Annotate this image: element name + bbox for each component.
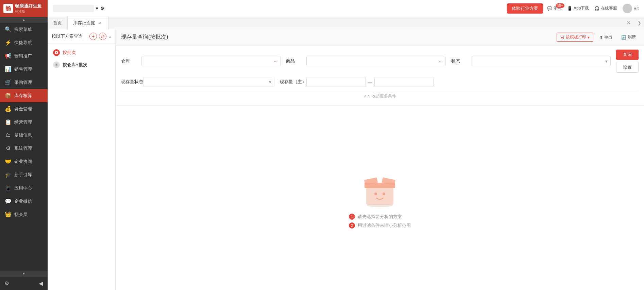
topbar-search-input[interactable] xyxy=(53,5,94,12)
filter-item-inventory-amount: 现存量（主） — xyxy=(280,77,433,87)
sidebar-item-operations[interactable]: 📋经营管理 xyxy=(0,115,48,129)
messages-btn[interactable]: 💬 消息 99+ xyxy=(547,5,562,11)
sidebar-item-wechat[interactable]: 💬企业微信 xyxy=(0,195,48,208)
left-panel-header: 按以下方案查询 + ◎ « xyxy=(48,29,115,44)
quick-nav-icon: ⚡ xyxy=(5,39,12,46)
sidebar-item-inventory[interactable]: 📦库存核算 xyxy=(0,89,48,102)
sales-label: 销售管理 xyxy=(14,66,32,72)
query-btn[interactable]: 查询 xyxy=(616,50,639,60)
beginner-icon: 🎓 xyxy=(5,171,12,178)
purchase-label: 采购管理 xyxy=(14,79,32,86)
add-scheme-btn[interactable]: + xyxy=(89,33,97,40)
scroll-up-arrow[interactable]: ▲ xyxy=(0,17,48,23)
settings-footer-icon[interactable]: ⚙ xyxy=(3,280,10,287)
sidebar-item-beginner[interactable]: 🎓新手引导 xyxy=(0,168,48,181)
search-icon: 🔍 xyxy=(5,26,12,33)
filter-item-inventory-status: 现存量状态 ▾ xyxy=(121,77,274,87)
export-label: 导出 xyxy=(604,34,612,40)
sidebar-item-app-center[interactable]: 📱应用中心 xyxy=(0,181,48,195)
sidebar-footer: ⚙ ◀ xyxy=(0,276,48,290)
experience-btn[interactable]: 体验行业方案 xyxy=(507,3,543,14)
topbar-dropdown-icon[interactable]: ▾ xyxy=(96,6,98,11)
left-panel-title: 按以下方案查询 xyxy=(52,33,83,39)
tab-inventory-batch-label: 库存批次账 xyxy=(73,20,95,26)
beginner-label: 新手引导 xyxy=(14,172,32,178)
filter-inventory-amount-divider: — xyxy=(366,79,374,85)
sidebar-item-sales[interactable]: 📊销售管理 xyxy=(0,62,48,76)
search-label: 搜索菜单 xyxy=(14,26,32,33)
scheme-icon-batch xyxy=(53,49,60,56)
page-title: 现存量查询(按批次) xyxy=(121,34,168,41)
filter-inventory-amount-to[interactable] xyxy=(374,77,434,87)
sidebar-item-search[interactable]: 🔍搜索菜单 xyxy=(0,23,48,36)
user-btn[interactable]: Rit xyxy=(623,4,639,13)
filter-row-1: 仓库 ··· 商品 ··· xyxy=(121,50,639,73)
filter-item-product: 商品 ··· xyxy=(286,56,445,66)
empty-svg xyxy=(359,167,400,208)
target-scheme-btn[interactable]: ◎ xyxy=(99,33,106,40)
panel-arrow-icon[interactable]: ❯ xyxy=(635,20,644,25)
basic-icon: 🗂 xyxy=(5,132,12,138)
svg-point-8 xyxy=(374,193,377,195)
scheme-item-batch[interactable]: 按批次 xyxy=(48,47,115,59)
system-icon: ⚙ xyxy=(5,145,12,151)
print-label: 按模板打印 xyxy=(566,34,586,40)
app-logo: 畅 xyxy=(3,4,13,13)
sidebar-item-quick-nav[interactable]: ⚡快捷导航 xyxy=(0,36,48,49)
app-download-btn[interactable]: 📱 App下载 xyxy=(567,5,589,11)
app-center-icon: 📱 xyxy=(5,185,12,191)
export-btn[interactable]: ⬆ 导出 xyxy=(597,33,615,41)
tab-inventory-batch-close[interactable]: ✕ xyxy=(97,20,103,26)
filter-inventory-status-dropdown[interactable]: ▾ xyxy=(269,79,271,85)
filter-product-input[interactable]: ··· xyxy=(306,56,445,66)
sidebar-item-system[interactable]: ⚙系统管理 xyxy=(0,142,48,155)
empty-step-2: 2 用过滤条件来缩小分析范围 xyxy=(349,222,411,229)
topbar: ▾ ⚙ 体验行业方案 💬 消息 99+ 📱 App下载 🎧 在线客服 Rit xyxy=(48,0,644,17)
filter-status-select[interactable]: ▾ xyxy=(472,56,611,66)
sidebar-item-purchase[interactable]: 🛒采购管理 xyxy=(0,76,48,89)
svg-point-9 xyxy=(383,193,385,195)
filter-status-label: 状态 xyxy=(451,58,472,64)
collapse-more-btn[interactable]: ∧∧ 收起更多条件 xyxy=(121,91,639,101)
topbar-settings-icon[interactable]: ⚙ xyxy=(100,6,104,11)
svg-point-3 xyxy=(56,64,57,66)
filter-warehouse-input[interactable]: ··· xyxy=(141,56,281,66)
collapse-footer-icon[interactable]: ◀ xyxy=(37,280,44,287)
content: 按以下方案查询 + ◎ « 按批次 按仓库 xyxy=(48,29,644,290)
collapse-more-label: 收起更多条件 xyxy=(372,94,396,98)
empty-step-1: 1 请先选择要分析的方案 xyxy=(349,214,411,220)
sidebar-item-marketing[interactable]: 📢营销推广 xyxy=(0,49,48,62)
refresh-btn[interactable]: 🔄 刷新 xyxy=(618,33,639,41)
filter-inventory-status-select[interactable]: ▾ xyxy=(143,77,274,87)
panel-close-btn[interactable]: ✕ xyxy=(622,20,635,26)
scheme-icon-warehouse-batch xyxy=(53,61,60,68)
print-btn[interactable]: 🖨 按模板打印 ▾ xyxy=(557,33,593,42)
sidebar-item-finance[interactable]: 💰资金管理 xyxy=(0,102,48,115)
step1-text: 请先选择要分析的方案 xyxy=(358,214,402,220)
sidebar-item-basic[interactable]: 🗂基础信息 xyxy=(0,129,48,142)
scheme-item-warehouse-batch[interactable]: 按仓库+批次 xyxy=(48,59,115,71)
filter-product-dots[interactable]: ··· xyxy=(439,59,443,64)
member-icon: 👑 xyxy=(5,211,12,218)
right-panel: 现存量查询(按批次) 🖨 按模板打印 ▾ ⬆ 导出 🔄 刷新 xyxy=(116,29,644,290)
print-dropdown-icon[interactable]: ▾ xyxy=(588,35,590,40)
tab-home[interactable]: 首页 xyxy=(48,17,68,29)
sales-icon: 📊 xyxy=(5,66,12,72)
filter-status-dropdown[interactable]: ▾ xyxy=(605,59,608,64)
settings-btn[interactable]: 设置 xyxy=(616,62,639,73)
filter-warehouse-dots[interactable]: ··· xyxy=(274,59,277,64)
filter-row-2: 现存量状态 ▾ 现存量（主） — xyxy=(121,77,639,87)
member-label: 畅会员 xyxy=(14,212,28,218)
scheme-label-batch: 按批次 xyxy=(63,50,76,56)
enterprise-label: 企业协同 xyxy=(14,159,32,165)
refresh-icon: 🔄 xyxy=(621,35,626,40)
collapse-panel-btn[interactable]: « xyxy=(108,34,111,39)
online-service-btn[interactable]: 🎧 在线客服 xyxy=(594,5,617,11)
tab-inventory-batch[interactable]: 库存批次账 ✕ xyxy=(68,17,108,29)
sidebar-item-enterprise[interactable]: 🤝企业协同 xyxy=(0,155,48,168)
scroll-down-arrow[interactable]: ▼ xyxy=(0,271,48,276)
svg-point-1 xyxy=(56,52,57,53)
sidebar-item-member[interactable]: 👑畅会员 xyxy=(0,208,48,221)
filter-inventory-amount-from[interactable] xyxy=(306,77,366,87)
app-title: 畅康通好生意 xyxy=(15,3,41,9)
